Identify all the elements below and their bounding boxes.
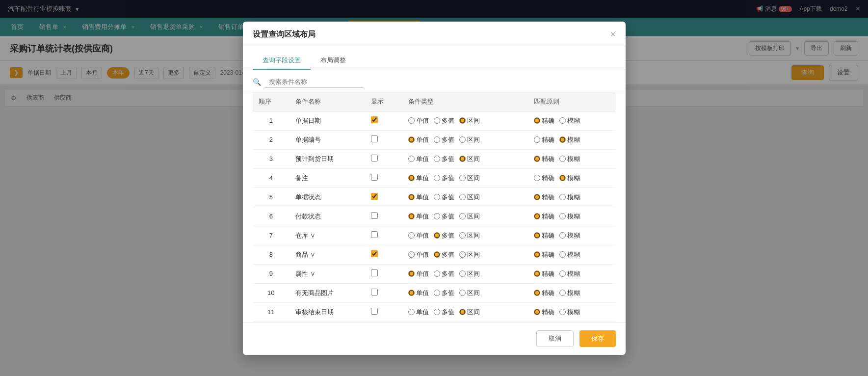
display-checkbox-7[interactable] bbox=[371, 231, 378, 238]
type-radio-区间-4[interactable] bbox=[459, 175, 466, 181]
row-match-7[interactable]: 精确模糊 bbox=[528, 226, 615, 245]
type-radio-单值-6[interactable] bbox=[408, 213, 415, 219]
save-button[interactable]: 保存 bbox=[579, 330, 616, 347]
match-option-模糊-9[interactable]: 模糊 bbox=[559, 269, 580, 278]
match-radio-模糊-1[interactable] bbox=[559, 117, 566, 124]
display-checkbox-4[interactable] bbox=[371, 174, 378, 181]
match-radio-精确-3[interactable] bbox=[534, 156, 540, 162]
row-match-6[interactable]: 精确模糊 bbox=[528, 207, 615, 226]
type-option-多值-4[interactable]: 多值 bbox=[434, 174, 454, 183]
type-option-多值-5[interactable]: 多值 bbox=[434, 193, 454, 202]
match-option-模糊-11[interactable]: 模糊 bbox=[559, 308, 580, 317]
type-radio-单值-1[interactable] bbox=[408, 117, 415, 124]
match-option-模糊-8[interactable]: 模糊 bbox=[559, 250, 580, 259]
row-display-5[interactable] bbox=[365, 188, 402, 207]
row-display-7[interactable] bbox=[365, 226, 402, 245]
row-match-5[interactable]: 精确模糊 bbox=[528, 188, 615, 207]
type-option-区间-1[interactable]: 区间 bbox=[459, 116, 480, 125]
row-type-8[interactable]: 单值多值区间 bbox=[402, 245, 528, 264]
type-radio-多值-2[interactable] bbox=[434, 136, 440, 143]
type-radio-单值-8[interactable] bbox=[408, 251, 415, 258]
type-radio-单值-9[interactable] bbox=[408, 270, 415, 277]
type-radio-区间-3[interactable] bbox=[459, 156, 466, 162]
display-checkbox-10[interactable] bbox=[371, 289, 378, 295]
match-option-精确-9[interactable]: 精确 bbox=[534, 269, 554, 278]
match-radio-精确-9[interactable] bbox=[534, 270, 540, 277]
type-radio-单值-2[interactable] bbox=[408, 136, 415, 143]
row-type-5[interactable]: 单值多值区间 bbox=[402, 188, 528, 207]
match-radio-精确-10[interactable] bbox=[534, 290, 540, 296]
type-option-区间-6[interactable]: 区间 bbox=[459, 212, 480, 221]
tab-query-fields[interactable]: 查询字段设置 bbox=[253, 52, 311, 70]
match-option-精确-4[interactable]: 精确 bbox=[534, 174, 554, 183]
match-option-精确-10[interactable]: 精确 bbox=[534, 289, 554, 297]
display-checkbox-11[interactable] bbox=[371, 308, 378, 315]
match-radio-模糊-2[interactable] bbox=[559, 136, 566, 143]
type-radio-单值-11[interactable] bbox=[408, 309, 415, 315]
display-checkbox-9[interactable] bbox=[371, 269, 378, 276]
row-type-6[interactable]: 单值多值区间 bbox=[402, 207, 528, 226]
row-match-1[interactable]: 精确模糊 bbox=[528, 111, 615, 130]
match-radio-模糊-9[interactable] bbox=[559, 270, 566, 277]
type-option-多值-1[interactable]: 多值 bbox=[434, 116, 454, 125]
row-match-2[interactable]: 精确模糊 bbox=[528, 130, 615, 149]
match-option-精确-3[interactable]: 精确 bbox=[534, 155, 554, 163]
match-radio-精确-11[interactable] bbox=[534, 309, 540, 315]
display-checkbox-1[interactable] bbox=[371, 116, 378, 123]
row-type-7[interactable]: 单值多值区间 bbox=[402, 226, 528, 245]
type-radio-区间-10[interactable] bbox=[459, 290, 466, 296]
type-option-区间-7[interactable]: 区间 bbox=[459, 231, 480, 240]
row-display-1[interactable] bbox=[365, 111, 402, 130]
type-radio-多值-10[interactable] bbox=[434, 290, 440, 296]
row-type-2[interactable]: 单值多值区间 bbox=[402, 130, 528, 149]
row-type-4[interactable]: 单值多值区间 bbox=[402, 168, 528, 188]
row-match-3[interactable]: 精确模糊 bbox=[528, 149, 615, 168]
match-radio-精确-5[interactable] bbox=[534, 194, 540, 200]
type-option-单值-11[interactable]: 单值 bbox=[408, 308, 429, 317]
type-option-区间-2[interactable]: 区间 bbox=[459, 135, 480, 144]
match-option-模糊-4[interactable]: 模糊 bbox=[559, 174, 580, 183]
type-option-区间-9[interactable]: 区间 bbox=[459, 269, 480, 278]
type-radio-区间-11[interactable] bbox=[459, 309, 466, 315]
type-radio-单值-4[interactable] bbox=[408, 175, 415, 181]
match-option-模糊-5[interactable]: 模糊 bbox=[559, 193, 580, 202]
row-display-4[interactable] bbox=[365, 168, 402, 188]
row-type-11[interactable]: 单值多值区间 bbox=[402, 302, 528, 322]
match-option-精确-8[interactable]: 精确 bbox=[534, 250, 554, 259]
type-radio-单值-3[interactable] bbox=[408, 156, 415, 162]
type-option-多值-11[interactable]: 多值 bbox=[434, 308, 454, 317]
display-checkbox-5[interactable] bbox=[371, 193, 378, 200]
match-option-模糊-7[interactable]: 模糊 bbox=[559, 231, 580, 240]
type-option-多值-9[interactable]: 多值 bbox=[434, 269, 454, 278]
match-radio-精确-2[interactable] bbox=[534, 136, 540, 143]
type-radio-多值-1[interactable] bbox=[434, 117, 440, 124]
type-radio-多值-9[interactable] bbox=[434, 270, 440, 277]
type-option-区间-3[interactable]: 区间 bbox=[459, 155, 480, 163]
type-option-区间-4[interactable]: 区间 bbox=[459, 174, 480, 183]
modal-close-button[interactable]: × bbox=[610, 29, 616, 40]
type-radio-单值-5[interactable] bbox=[408, 194, 415, 200]
row-match-8[interactable]: 精确模糊 bbox=[528, 245, 615, 264]
type-option-多值-10[interactable]: 多值 bbox=[434, 289, 454, 297]
type-radio-区间-7[interactable] bbox=[459, 232, 466, 239]
cancel-button[interactable]: 取消 bbox=[536, 330, 574, 347]
row-match-4[interactable]: 精确模糊 bbox=[528, 168, 615, 188]
match-radio-模糊-6[interactable] bbox=[559, 213, 566, 219]
type-option-单值-9[interactable]: 单值 bbox=[408, 269, 429, 278]
type-option-多值-3[interactable]: 多值 bbox=[434, 155, 454, 163]
type-option-单值-2[interactable]: 单值 bbox=[408, 135, 429, 144]
match-radio-精确-4[interactable] bbox=[534, 175, 540, 181]
type-option-单值-6[interactable]: 单值 bbox=[408, 212, 429, 221]
match-radio-精确-6[interactable] bbox=[534, 213, 540, 219]
row-match-10[interactable]: 精确模糊 bbox=[528, 283, 615, 302]
type-radio-区间-6[interactable] bbox=[459, 213, 466, 219]
tab-layout-adjust[interactable]: 布局调整 bbox=[311, 52, 356, 70]
type-option-单值-4[interactable]: 单值 bbox=[408, 174, 429, 183]
match-option-精确-6[interactable]: 精确 bbox=[534, 212, 554, 221]
row-type-9[interactable]: 单值多值区间 bbox=[402, 264, 528, 283]
type-option-单值-10[interactable]: 单值 bbox=[408, 289, 429, 297]
type-radio-多值-3[interactable] bbox=[434, 156, 440, 162]
match-option-精确-2[interactable]: 精确 bbox=[534, 135, 554, 144]
row-display-2[interactable] bbox=[365, 130, 402, 149]
type-radio-多值-11[interactable] bbox=[434, 309, 440, 315]
